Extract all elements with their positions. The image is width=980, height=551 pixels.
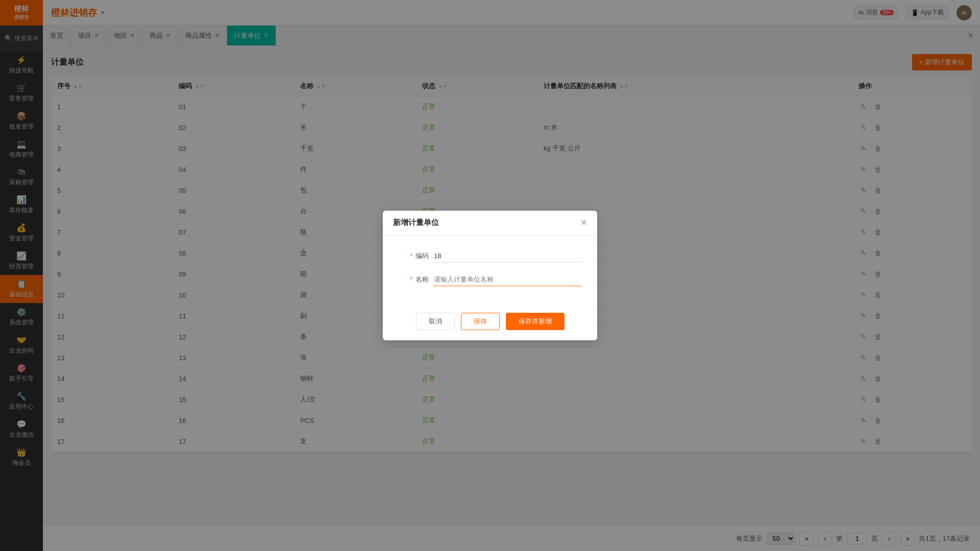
save-button[interactable]: 保存 [461, 313, 500, 330]
cancel-button[interactable]: 取消 [416, 313, 455, 330]
code-required-mark: * [410, 252, 412, 260]
modal-title: 新增计量单位 [393, 218, 439, 228]
code-label: * 编码 [398, 252, 429, 261]
modal-overlay: 新增计量单位 ✕ * 编码 * 名称 取消 保存 保存并新增 [0, 0, 980, 551]
name-form-row: * 名称 [398, 273, 582, 286]
code-label-text: 编码 [415, 252, 429, 260]
modal-body: * 编码 * 名称 [383, 235, 597, 307]
modal-header: 新增计量单位 ✕ [383, 211, 597, 235]
modal-footer: 取消 保存 保存并新增 [383, 307, 597, 340]
code-form-row: * 编码 [398, 249, 582, 263]
name-label: * 名称 [398, 275, 429, 284]
name-label-text: 名称 [415, 276, 429, 283]
name-required-mark: * [410, 276, 412, 283]
name-input[interactable] [434, 273, 582, 286]
code-input[interactable] [434, 249, 582, 263]
save-and-new-button[interactable]: 保存并新增 [506, 313, 565, 330]
add-unit-modal: 新增计量单位 ✕ * 编码 * 名称 取消 保存 保存并新增 [383, 211, 597, 340]
modal-close-button[interactable]: ✕ [580, 218, 587, 228]
